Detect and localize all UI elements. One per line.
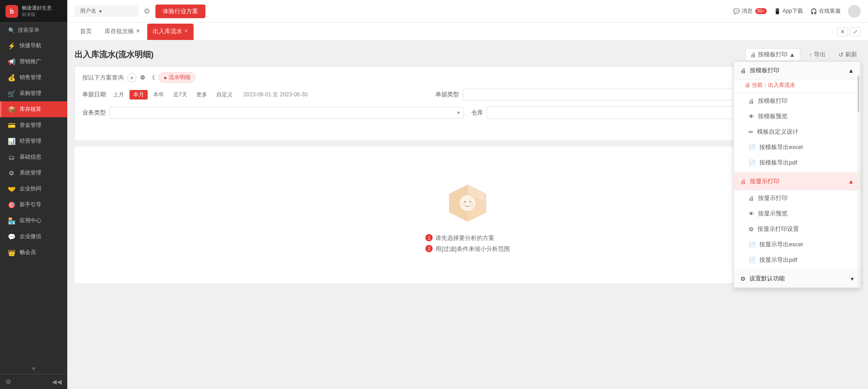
- refresh-btn[interactable]: ↺ 刷新: [835, 49, 861, 60]
- user-selector[interactable]: 用户名 ▾: [75, 5, 138, 17]
- template-print-header[interactable]: 🖨 按模板打印 ▲: [734, 62, 860, 80]
- home-tab-label: 首页: [80, 27, 92, 35]
- search-menu[interactable]: 🔍 搜索菜单: [0, 23, 67, 38]
- logo-sub: 标准版: [22, 11, 52, 18]
- topbar-gear-icon[interactable]: ⚙: [144, 7, 150, 15]
- message-btn[interactable]: 💬 消息 99+: [733, 7, 767, 15]
- page-content: 出入库流水(流水明细) 🖨 按模板打印 ▲ ↑ 导出 ↺ 刷新: [67, 41, 868, 389]
- app-download-icon: 📱: [774, 8, 781, 15]
- empty-tip-2: 2 用[过滤]条件来缩小分析范围: [425, 245, 509, 253]
- sidebar-item-quick-nav[interactable]: ⚡ 快捷导航: [0, 38, 67, 54]
- date-opt-last-month[interactable]: 上月: [110, 90, 128, 100]
- sidebar-item-appstore[interactable]: 🏪 应用中心: [0, 213, 67, 229]
- dropdown-divider: [734, 171, 860, 172]
- filter-tag-label: 流水明细: [169, 74, 190, 81]
- current-template-icon: 🖨: [745, 82, 750, 88]
- sidebar-item-label: 营销推广: [20, 58, 41, 65]
- tip-num-2: 2: [425, 245, 433, 252]
- tab-inventory-batch[interactable]: 库存批次账 ✕: [99, 24, 145, 40]
- date-opt-custom[interactable]: 自定义: [213, 90, 236, 100]
- filter-add-btn[interactable]: +: [127, 73, 136, 82]
- template-preview-label: 按模板预览: [758, 112, 788, 120]
- default-settings-item[interactable]: ⚙ 设置默认功能 ▾: [734, 270, 860, 288]
- template-print-item[interactable]: 🖨 按模板打印: [734, 93, 860, 109]
- display-export-pdf-label: 按显示导出pdf: [759, 256, 797, 264]
- quick-nav-icon: ⚡: [7, 42, 16, 50]
- online-service-btn[interactable]: 🎧 在线客服: [810, 7, 841, 15]
- page-actions: 🖨 按模板打印 ▲ ↑ 导出 ↺ 刷新: [745, 48, 861, 61]
- date-opt-7days[interactable]: 近7天: [170, 90, 191, 100]
- purchase-icon: 🛒: [7, 90, 16, 97]
- app-download-btn[interactable]: 📱 App下载: [774, 7, 803, 15]
- filter-settings-icon[interactable]: ⚙: [140, 74, 145, 81]
- display-print-settings-label: 按显示打印设置: [758, 225, 799, 233]
- guide-icon: 🎯: [7, 201, 16, 209]
- inout-flow-tab-label: 出入库流水: [153, 27, 182, 35]
- operations-icon: 📊: [7, 138, 16, 145]
- settings-footer-icon[interactable]: ⚙: [5, 378, 11, 385]
- template-preview-item[interactable]: 👁 按模板预览: [734, 109, 860, 124]
- sidebar-item-finance[interactable]: 💳 资金管理: [0, 117, 67, 133]
- page-header: 出入库流水(流水明细) 🖨 按模板打印 ▲ ↑ 导出 ↺ 刷新: [75, 48, 861, 61]
- default-settings-label: 设置默认功能: [749, 274, 785, 283]
- display-preview-item[interactable]: 👁 按显示预览: [734, 206, 860, 221]
- refresh-label: 刷新: [845, 50, 857, 59]
- collapse-sidebar-icon[interactable]: ◀◀: [52, 378, 62, 385]
- svg-point-8: [461, 204, 465, 206]
- sidebar-item-label: 系统管理: [20, 169, 41, 177]
- chevron-up-template-icon: ▲: [848, 67, 854, 74]
- tab-maximize-btn[interactable]: ⤢: [850, 27, 861, 36]
- tab-close-all-btn[interactable]: ✕: [837, 27, 848, 36]
- date-opt-more[interactable]: 更多: [193, 90, 211, 100]
- sidebar-item-basic[interactable]: 🗂 基础信息: [0, 149, 67, 165]
- sidebar-item-sales[interactable]: 💰 销售管理: [0, 70, 67, 85]
- tab-home[interactable]: 首页: [75, 24, 97, 40]
- display-pdf-icon: 📄: [748, 257, 756, 264]
- template-export-pdf-item[interactable]: 📄 按模板导出pdf: [734, 155, 860, 170]
- sidebar-item-label: 企业微信: [20, 233, 41, 240]
- sidebar-item-operations[interactable]: 📊 经营管理: [0, 133, 67, 149]
- template-preview-icon: 👁: [748, 113, 754, 120]
- search-menu-label: 搜索菜单: [18, 26, 40, 34]
- date-opt-this-year[interactable]: 本年: [150, 90, 168, 100]
- sidebar-item-label: 快捷导航: [20, 42, 41, 50]
- sidebar-item-system[interactable]: ⚙ 系统管理: [0, 165, 67, 181]
- filter-collapse-icon[interactable]: 《: [149, 74, 155, 82]
- sidebar-item-label: 经营管理: [20, 137, 41, 145]
- tab-close-inventory-batch[interactable]: ✕: [136, 28, 140, 34]
- sidebar-item-member[interactable]: 👑 畅会员: [0, 244, 67, 260]
- display-export-pdf-item[interactable]: 📄 按显示导出pdf: [734, 252, 860, 268]
- sidebar-item-wechat[interactable]: 💬 企业微信: [0, 229, 67, 244]
- chevron-down-settings-icon: ▾: [851, 275, 854, 282]
- display-print-item[interactable]: 🖨 按显示打印: [734, 190, 860, 206]
- member-icon: 👑: [7, 249, 16, 256]
- sidebar-item-label: 应用中心: [20, 217, 41, 224]
- display-export-excel-item[interactable]: 📄 按显示导出excel: [734, 237, 860, 252]
- sidebar-item-guide[interactable]: 🎯 新手引导: [0, 197, 67, 213]
- svg-point-7: [469, 201, 471, 203]
- app-download-label: App下载: [783, 7, 803, 15]
- template-export-excel-item[interactable]: 📄 按模板导出excel: [734, 140, 860, 155]
- sidebar-item-label: 企业协同: [20, 185, 41, 193]
- sidebar-item-purchase[interactable]: 🛒 采购管理: [0, 85, 67, 101]
- sidebar: b 畅捷通好生意 标准版 🔍 搜索菜单 ⚡ 快捷导航 📢 营销推广 💰 销售管理…: [0, 0, 67, 389]
- date-opt-this-month[interactable]: 本月: [130, 90, 148, 100]
- industry-btn[interactable]: 体验行业方案: [155, 5, 205, 18]
- tab-close-inout-flow[interactable]: ✕: [184, 28, 188, 34]
- template-custom-item[interactable]: ✏ 模板自定义设计: [734, 124, 860, 140]
- sidebar-item-collab[interactable]: 🤝 企业协同: [0, 181, 67, 197]
- export-btn[interactable]: ↑ 导出: [806, 49, 830, 60]
- svg-point-9: [470, 204, 474, 206]
- sidebar-item-inventory[interactable]: 📦 库存核算: [0, 101, 67, 117]
- display-print-header[interactable]: 🖨 按显示打印 ▲: [734, 173, 860, 190]
- filter-tag[interactable]: ● 流水明细: [159, 72, 195, 83]
- print-template-btn[interactable]: 🖨 按模板打印 ▲: [745, 48, 800, 61]
- scrollbar[interactable]: [858, 75, 859, 288]
- tab-inout-flow[interactable]: 出入库流水 ✕: [147, 24, 194, 40]
- biz-type-dropdown[interactable]: ▾: [110, 107, 464, 119]
- sidebar-item-marketing[interactable]: 📢 营销推广: [0, 54, 67, 70]
- avatar[interactable]: [848, 5, 861, 18]
- sidebar-scroll-down[interactable]: ▼: [0, 364, 67, 374]
- display-preview-icon: 👁: [748, 210, 754, 217]
- display-print-settings-item[interactable]: ⚙ 按显示打印设置: [734, 221, 860, 237]
